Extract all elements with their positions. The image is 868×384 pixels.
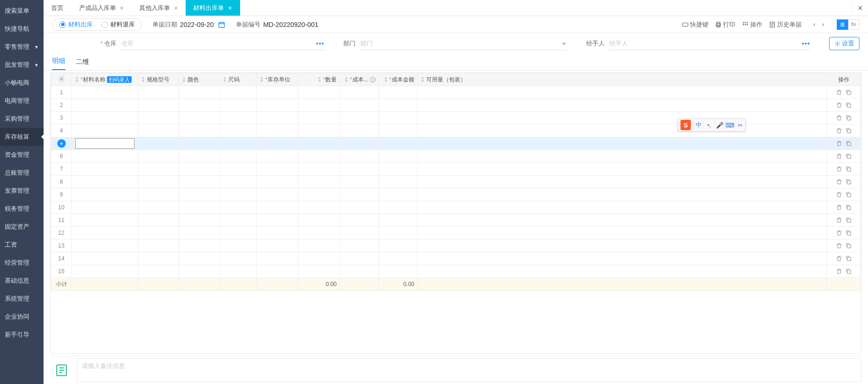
copy-icon[interactable] [845,191,852,198]
cell-avail[interactable] [418,112,827,125]
cell-amount[interactable] [379,227,418,240]
cell-spec[interactable] [138,112,179,125]
cell-cost[interactable] [340,265,379,278]
add-row-button[interactable]: + [51,137,72,150]
cell-qty[interactable] [298,150,340,163]
cell-color[interactable] [179,227,220,240]
cell-material-name[interactable] [72,265,138,278]
th-qty[interactable]: ▲▼*数量 [298,73,340,86]
cell-spec[interactable] [138,252,179,265]
cell-qty[interactable] [298,137,340,150]
sidebar-item-9[interactable]: 总账管理 [0,164,44,182]
delete-icon[interactable] [836,230,842,236]
cell-unit[interactable] [257,137,298,150]
sidebar-item-0[interactable]: 搜索菜单 [0,2,44,20]
copy-icon[interactable] [845,179,852,185]
cell-color[interactable] [179,214,220,227]
sidebar-item-11[interactable]: 税务管理 [0,200,44,218]
tab-3[interactable]: 材料出库单× [186,0,240,16]
cell-color[interactable] [179,112,220,125]
cell-material-name[interactable] [72,99,138,112]
delete-icon[interactable] [836,140,842,147]
cell-cost[interactable] [340,252,379,265]
cell-avail[interactable] [418,240,827,252]
table-row[interactable]: 11 [51,214,861,227]
cell-amount[interactable] [379,265,418,278]
cell-unit[interactable] [257,99,298,112]
cell-qty[interactable] [298,176,340,188]
cell-amount[interactable] [379,99,418,112]
cell-unit[interactable] [257,201,298,214]
cell-avail[interactable] [418,125,827,137]
cell-color[interactable] [179,252,220,265]
warehouse-input[interactable] [120,37,324,50]
table-row[interactable]: 7 [51,163,861,176]
cell-color[interactable] [179,201,220,214]
th-amount[interactable]: ▲▼*成本金额 [379,73,418,86]
handler-input[interactable] [608,37,810,50]
sidebar-item-13[interactable]: 工资 [0,236,44,254]
cell-cost[interactable] [340,214,379,227]
cell-spec[interactable] [138,86,179,99]
cell-spec[interactable] [138,265,179,278]
table-row[interactable]: 12 [51,227,861,240]
copy-icon[interactable] [845,204,852,211]
cell-avail[interactable] [418,227,827,240]
cell-avail[interactable] [418,214,827,227]
cell-material-name[interactable] [72,125,138,137]
handler-more-button[interactable]: ••• [802,40,810,47]
delete-icon[interactable] [836,127,842,134]
cell-cost[interactable] [340,201,379,214]
table-row[interactable]: 8 [51,176,861,188]
copy-icon[interactable] [845,89,852,96]
sidebar-item-4[interactable]: 小畅电商 [0,74,44,92]
date-value[interactable]: 2022-09-20 [180,21,214,28]
copy-icon[interactable] [845,268,852,275]
delete-icon[interactable] [836,204,842,211]
delete-icon[interactable] [836,102,842,108]
cell-cost[interactable] [340,150,379,163]
sidebar-item-2[interactable]: 零售管理▼ [0,38,44,56]
radio-material-return[interactable]: 材料退库 [101,20,135,29]
th-cost[interactable]: ▲▼*成本... ? [340,73,379,86]
cell-unit[interactable] [257,112,298,125]
help-icon[interactable]: ? [370,77,376,82]
delete-icon[interactable] [836,115,842,121]
cell-material-name[interactable] [72,227,138,240]
cell-amount[interactable] [379,150,418,163]
cell-spec[interactable] [138,137,179,150]
delete-icon[interactable] [836,242,842,249]
table-row[interactable]: 1 [51,86,861,99]
cell-spec[interactable] [138,150,179,163]
cell-amount[interactable] [379,176,418,188]
cell-amount[interactable] [379,163,418,176]
cell-unit[interactable] [257,240,298,252]
cell-cost[interactable] [340,163,379,176]
delete-icon[interactable] [836,153,842,160]
cell-unit[interactable] [257,265,298,278]
cell-color[interactable] [179,240,220,252]
cell-size[interactable] [220,265,257,278]
cell-cost[interactable] [340,112,379,125]
calendar-icon[interactable] [218,21,225,28]
tab-detail[interactable]: 明细 [52,57,65,70]
cell-unit[interactable] [257,150,298,163]
delete-icon[interactable] [836,268,842,275]
close-icon[interactable]: × [174,4,178,12]
view-list-button[interactable] [837,19,848,30]
sidebar-item-12[interactable]: 固定资产 [0,218,44,236]
cell-amount[interactable] [379,240,418,252]
cell-qty[interactable] [298,86,340,99]
tab-0[interactable]: 首页 [44,0,72,16]
cell-qty[interactable] [298,201,340,214]
tab-2[interactable]: 其他入库单× [132,0,186,16]
cell-material-name[interactable] [72,176,138,188]
sidebar-item-8[interactable]: 资金管理 [0,146,44,164]
tab-dimension[interactable]: 二维 [76,58,89,70]
tab-1[interactable]: 产成品入库单× [72,0,132,16]
cell-unit[interactable] [257,252,298,265]
ime-lang-button[interactable]: 中 [693,118,704,132]
cell-color[interactable] [179,176,220,188]
scan-tag[interactable]: 扫码录入 [107,76,132,83]
cell-qty[interactable] [298,227,340,240]
